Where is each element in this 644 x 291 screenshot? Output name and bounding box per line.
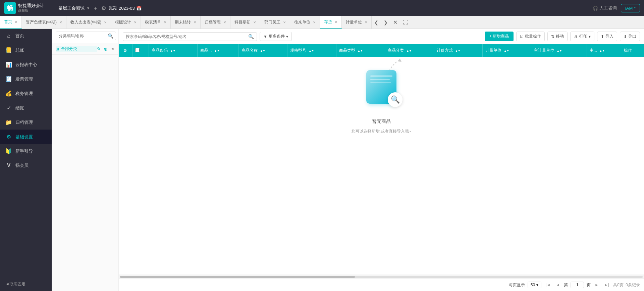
move-button[interactable]: ⇅ 移动 xyxy=(547,32,568,41)
sidebar-item-invoice[interactable]: 🧾 发票管理 xyxy=(0,72,52,86)
tab-label: 模版设计 xyxy=(115,19,131,25)
page-first-button[interactable]: |◄ xyxy=(544,282,552,288)
main-search-input[interactable] xyxy=(126,34,247,39)
per-page-value: 50 xyxy=(531,283,535,287)
category-all-item[interactable]: ⊞ 全部分类 xyxy=(56,46,97,52)
page-prev-button[interactable]: ◄ xyxy=(554,282,561,288)
close-icon[interactable]: ✕ xyxy=(283,20,286,24)
add-category-icon[interactable]: ⊕ xyxy=(104,46,108,52)
col-main-unit[interactable]: 主计量单位 ▲▼ xyxy=(531,44,587,57)
unpin-button[interactable]: ◄取消固定 xyxy=(0,277,52,291)
top-bar: 畅 畅捷通好会计 旗舰版 基层工会测试 ▼ ＋ ⚙ 账期 2023-03 📅 🎧… xyxy=(0,0,644,16)
tab-label: 计量单位 xyxy=(346,19,362,25)
category-search-input[interactable] xyxy=(59,34,106,38)
tab-archive[interactable]: 归档管理 ✕ xyxy=(201,16,230,29)
close-icon[interactable]: ✕ xyxy=(134,20,137,24)
add-company-button[interactable]: ＋ xyxy=(93,4,99,12)
tab-income[interactable]: 收入支出表(年报) ✕ xyxy=(66,16,111,29)
add-product-button[interactable]: + 新增商品 xyxy=(485,32,514,41)
tab-template[interactable]: 模版设计 ✕ xyxy=(111,16,141,29)
page-number-input[interactable] xyxy=(571,282,584,288)
close-icon[interactable]: ✕ xyxy=(104,20,107,24)
col-price-method[interactable]: 计价方式 ▲▼ xyxy=(434,44,482,57)
search-icon[interactable]: 🔍 xyxy=(108,33,113,39)
close-icon[interactable]: ✕ xyxy=(194,20,196,24)
tab-balance[interactable]: 资产负债表(中期) ✕ xyxy=(22,16,66,29)
filter-button[interactable]: ▼ 更多条件 ▾ xyxy=(260,32,292,41)
sidebar-item-basic[interactable]: ⚙ 基础设置 xyxy=(0,130,52,144)
close-icon[interactable]: ✕ xyxy=(15,20,17,24)
col-spec[interactable]: 规格型号 ▲▼ xyxy=(287,44,336,57)
sidebar-item-settle[interactable]: ✓ 结账 xyxy=(0,101,52,115)
account-label: iAM * xyxy=(625,6,636,11)
import-icon: ⬆ xyxy=(601,34,604,39)
col-extra[interactable]: 主... ▲▼ xyxy=(587,44,621,57)
company-selector[interactable]: 基层工会测试 ▼ xyxy=(58,5,90,11)
tab-inventory[interactable]: 存货 ✕ xyxy=(320,16,342,29)
tab-contacts[interactable]: 往来单位 ✕ xyxy=(290,16,320,29)
sidebar-item-home[interactable]: ⌂ 首页 xyxy=(0,29,52,43)
search-icon[interactable]: 🔍 xyxy=(248,34,254,39)
period-value: 2023-03 xyxy=(119,6,135,11)
sidebar-item-ledger[interactable]: 📒 总账 xyxy=(0,43,52,57)
filter-label: 更多条件 xyxy=(269,34,285,39)
sidebar-item-tax[interactable]: 💰 税务管理 xyxy=(0,86,52,101)
export-label: 导出 xyxy=(628,34,636,39)
sidebar-label: 税务管理 xyxy=(15,91,33,97)
collapse-icon[interactable]: ◄ xyxy=(110,46,114,52)
col-settings[interactable]: ⚙ xyxy=(119,44,132,57)
col-barcode[interactable]: 商品条码 ▲▼ xyxy=(149,44,197,57)
sidebar-item-guide[interactable]: 🔰 新手引导 xyxy=(0,144,52,158)
tab-dept[interactable]: 部门员工 ✕ xyxy=(260,16,290,29)
calendar-icon[interactable]: 📅 xyxy=(136,6,142,11)
page-next-button[interactable]: ► xyxy=(593,282,600,288)
col-unit[interactable]: 计量单位 ▲▼ xyxy=(482,44,531,57)
close-icon[interactable]: ✕ xyxy=(59,20,62,24)
tab-prev-button[interactable]: ❮ xyxy=(372,20,381,25)
tab-next-button[interactable]: ❯ xyxy=(381,20,390,25)
col-category[interactable]: 商品分类 ▲▼ xyxy=(385,44,434,57)
close-icon[interactable]: ✕ xyxy=(223,20,226,24)
close-icon[interactable]: ✕ xyxy=(164,20,166,24)
close-icon[interactable]: ✕ xyxy=(365,20,367,24)
sidebar-item-archive[interactable]: 📁 归档管理 xyxy=(0,115,52,130)
logo-area: 畅 畅捷通好会计 旗舰版 xyxy=(4,2,56,14)
tab-period[interactable]: 期末结转 ✕ xyxy=(171,16,201,29)
tab-taxlist[interactable]: 税表清单 ✕ xyxy=(141,16,171,29)
empty-title: 暂无商品 xyxy=(372,118,391,125)
tab-home[interactable]: 首页 ✕ xyxy=(0,16,22,29)
import-button[interactable]: ⬆ 导入 xyxy=(597,32,617,41)
sidebar-item-reports[interactable]: 📊 云报表中心 xyxy=(0,57,52,72)
chevron-down-icon: ▾ xyxy=(286,34,288,39)
close-icon[interactable]: ✕ xyxy=(313,20,316,24)
page-last-button[interactable]: ►| xyxy=(603,282,610,288)
close-icon[interactable]: ✕ xyxy=(253,20,256,24)
scroll-thumb[interactable] xyxy=(120,276,355,278)
col-name[interactable]: 商品名称 ▲▼ xyxy=(238,44,287,57)
col-check[interactable] xyxy=(132,44,149,57)
tab-unit[interactable]: 计量单位 ✕ xyxy=(342,16,372,29)
sidebar-label: 归档管理 xyxy=(15,119,33,126)
tab-subject[interactable]: 科目期初 ✕ xyxy=(230,16,260,29)
check-all[interactable] xyxy=(135,48,140,52)
batch-button[interactable]: ☑ 批量操作 xyxy=(516,32,545,41)
sidebar-label: 首页 xyxy=(15,33,24,39)
main-search-bar: 🔍 xyxy=(123,32,257,41)
col-type[interactable]: 商品类型 ▲▼ xyxy=(336,44,385,57)
sidebar-item-member[interactable]: V 畅会员 xyxy=(0,158,52,173)
pagination: 每页显示 50 ▾ |◄ ◄ 第 页 ► ►| 共0页, 0条记录 xyxy=(119,279,644,291)
edit-icon[interactable]: ✎ xyxy=(97,46,101,52)
tab-expand-button[interactable]: ⛶ xyxy=(400,19,411,26)
account-button[interactable]: iAM * xyxy=(621,4,640,12)
per-page-select[interactable]: 50 ▾ xyxy=(528,282,541,288)
service-button[interactable]: 🎧 人工咨询 xyxy=(593,5,617,11)
col-code[interactable]: 商品... ▲▼ xyxy=(198,44,238,57)
close-icon[interactable]: ✕ xyxy=(335,20,337,24)
horizontal-scrollbar[interactable] xyxy=(119,275,644,279)
settings-icon[interactable]: ⚙ xyxy=(101,5,106,11)
filter-icon: ▼ xyxy=(263,34,267,39)
export-button[interactable]: ⬇ 导出 xyxy=(620,32,640,41)
tab-close-all-button[interactable]: ✕ xyxy=(390,19,400,26)
print-button[interactable]: 🖨 打印 ▾ xyxy=(570,32,594,41)
product-table: ⚙ 商品条码 ▲▼ 商品... ▲▼ xyxy=(119,44,644,57)
